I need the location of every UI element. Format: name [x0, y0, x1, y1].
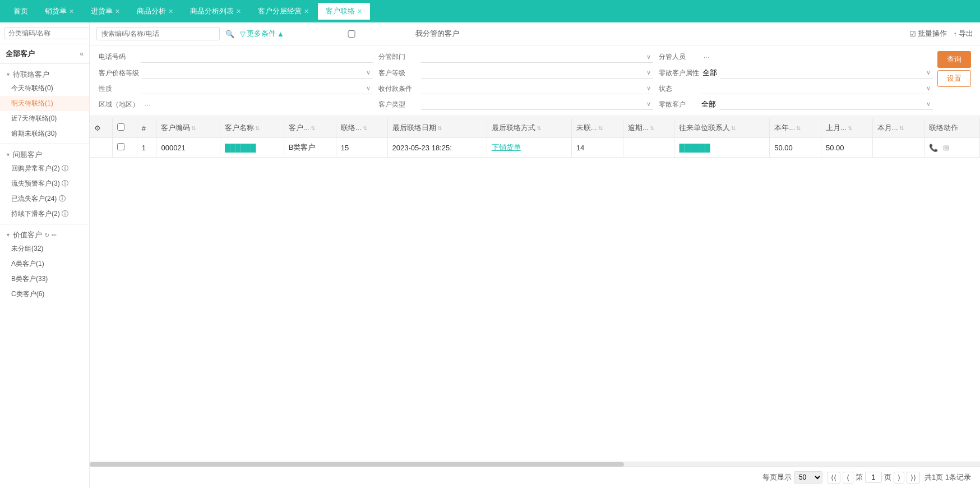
- total-records: 共1页 1条记录: [924, 472, 971, 482]
- th-last-month[interactable]: 上月...⇅: [821, 118, 873, 138]
- table-header-row: ⚙ # 客户编码⇅ 客户名称⇅ 客户...⇅ 联络...⇅ 最后联络日期⇅ 最后…: [90, 118, 980, 138]
- export-button[interactable]: ↑ 导出: [954, 29, 974, 39]
- sidebar-item-overdue[interactable]: 逾期未联络(30): [0, 126, 89, 141]
- filter-price-level-select[interactable]: ∨: [142, 67, 373, 79]
- th-overdue[interactable]: 逾期...⇅: [623, 118, 674, 138]
- th-action: 联络动作: [924, 118, 979, 138]
- filter-phone-input[interactable]: [141, 51, 373, 63]
- refresh-icon[interactable]: ↻: [44, 232, 49, 239]
- more-filter-button[interactable]: ▽ 更多条件 ▲: [240, 29, 284, 39]
- select-all-checkbox[interactable]: [117, 123, 124, 131]
- nav-customer-segment[interactable]: 客户分层经营 ✕: [250, 3, 317, 20]
- sidebar-item-ungrouped[interactable]: 未分组(32): [0, 241, 89, 256]
- data-table: ⚙ # 客户编码⇅ 客户名称⇅ 客户...⇅ 联络...⇅ 最后联络日期⇅ 最后…: [90, 118, 980, 158]
- horizontal-scrollbar[interactable]: [90, 462, 980, 466]
- close-icon[interactable]: ✕: [304, 8, 309, 15]
- th-contact[interactable]: 联络...⇅: [336, 118, 387, 138]
- nav-customer-contact[interactable]: 客户联络 ✕: [318, 3, 370, 20]
- close-icon[interactable]: ✕: [115, 8, 120, 15]
- th-unit-contact[interactable]: 往来单位联系人⇅: [674, 118, 770, 138]
- th-last-method[interactable]: 最后联络方式⇅: [487, 118, 571, 138]
- search-button[interactable]: 🔍: [225, 30, 234, 38]
- filter-payment-select[interactable]: ∨: [421, 83, 653, 94]
- sidebar-item-churned[interactable]: 已流失客户(24) ⓘ: [0, 191, 89, 206]
- sidebar-group-pending[interactable]: 待联络客户: [0, 66, 89, 81]
- sidebar-item-repurchase[interactable]: 回购异常客户(2) ⓘ: [0, 161, 89, 176]
- gear-icon[interactable]: ⚙: [94, 124, 101, 132]
- row-last-month: 50.00: [821, 138, 873, 158]
- row-contact: 15: [336, 138, 387, 158]
- nav-product-analysis[interactable]: 商品分析 ✕: [129, 3, 181, 20]
- first-page-button[interactable]: ⟨⟨: [827, 472, 840, 484]
- th-name[interactable]: 客户名称⇅: [220, 118, 284, 138]
- filter-customer-level-select[interactable]: ∨: [421, 67, 653, 79]
- close-icon[interactable]: ✕: [69, 8, 74, 15]
- phone-icon[interactable]: 📞: [929, 144, 938, 152]
- th-this-year[interactable]: 本年...⇅: [770, 118, 821, 138]
- filter-retail-attr-select[interactable]: ∨: [720, 67, 933, 79]
- sidebar-group-value[interactable]: 价值客户 ↻ ✏: [0, 227, 89, 241]
- filter-person-dots[interactable]: ···: [701, 53, 712, 61]
- th-last-date[interactable]: 最后联络日期⇅: [387, 118, 487, 138]
- filter-status-select[interactable]: ∨: [701, 83, 933, 94]
- sidebar-item-churn-warning[interactable]: 流失预警客户(3) ⓘ: [0, 176, 89, 191]
- th-code[interactable]: 客户编码⇅: [156, 118, 220, 138]
- search-input[interactable]: [96, 27, 220, 40]
- sidebar-item-today[interactable]: 今天待联络(0): [0, 81, 89, 96]
- row-name: ██████: [220, 138, 284, 158]
- sidebar: 🔍 全部客户 « 待联络客户 今天待联络(0) 明天待联络(1) 近7天待联络(…: [0, 22, 90, 488]
- th-gear[interactable]: ⚙: [90, 118, 113, 138]
- main-layout: 🔍 全部客户 « 待联络客户 今天待联络(0) 明天待联络(1) 近7天待联络(…: [0, 22, 980, 488]
- row-actions: 📞 ⊞: [924, 138, 979, 158]
- filter-nature-select[interactable]: ∨: [141, 83, 373, 94]
- filter-region-dots[interactable]: ···: [142, 100, 153, 109]
- edit-icon[interactable]: ✏: [52, 232, 57, 239]
- sidebar-item-tomorrow[interactable]: 明天待联络(1): [0, 96, 89, 111]
- prev-page-button[interactable]: ⟨: [843, 472, 853, 484]
- row-last-method[interactable]: 下销货单: [487, 138, 571, 158]
- batch-operation-button[interactable]: ☑ 批量操作: [909, 29, 947, 39]
- row-unit-contact: ██████: [674, 138, 770, 158]
- nav-home[interactable]: 首页: [6, 3, 36, 20]
- sidebar-all-customers[interactable]: 全部客户 «: [0, 44, 89, 61]
- page-number-input[interactable]: [865, 472, 882, 483]
- sidebar-search-input[interactable]: [4, 27, 90, 39]
- filter-price-level: 客户价格等级 ∨: [99, 67, 373, 79]
- filter-customer-type-select[interactable]: ∨: [421, 99, 653, 110]
- next-page-button[interactable]: ⟩: [894, 472, 904, 484]
- close-icon[interactable]: ✕: [168, 8, 173, 15]
- collapse-icon[interactable]: «: [80, 50, 84, 58]
- row-checkbox[interactable]: [113, 138, 137, 158]
- th-type[interactable]: 客户...⇅: [284, 118, 336, 138]
- last-page-button[interactable]: ⟩⟩: [907, 472, 920, 484]
- filter-retail-select[interactable]: ∨: [719, 99, 933, 110]
- nav-purchase[interactable]: 进货单 ✕: [83, 3, 128, 20]
- row-uncontacted: 14: [571, 138, 623, 158]
- th-this-month[interactable]: 本月...⇅: [872, 118, 924, 138]
- row-no: 1: [137, 138, 156, 158]
- last-method-link[interactable]: 下销货单: [492, 143, 521, 151]
- th-checkbox[interactable]: [113, 118, 137, 138]
- th-uncontacted[interactable]: 未联...⇅: [571, 118, 623, 138]
- row-select-checkbox[interactable]: [117, 143, 124, 150]
- sidebar-item-7days[interactable]: 近7天待联络(0): [0, 111, 89, 126]
- row-overdue: [623, 138, 674, 158]
- close-icon[interactable]: ✕: [236, 8, 241, 15]
- close-icon[interactable]: ✕: [357, 8, 362, 15]
- scrollbar-thumb[interactable]: [90, 462, 624, 467]
- sidebar-item-class-a[interactable]: A类客户(1): [0, 256, 89, 271]
- query-button[interactable]: 查询: [937, 51, 971, 68]
- filter-dept-select[interactable]: ∨: [421, 52, 653, 63]
- sidebar-item-class-b[interactable]: B类客户(33): [0, 271, 89, 287]
- sidebar-item-declining[interactable]: 持续下滑客户(2) ⓘ: [0, 206, 89, 222]
- sidebar-item-class-c[interactable]: C类客户(6): [0, 287, 89, 302]
- my-customer-check[interactable]: [290, 30, 413, 38]
- page-size-select[interactable]: 50 100 200: [794, 471, 822, 484]
- sidebar-group-problem[interactable]: 问题客户: [0, 146, 89, 161]
- set-button[interactable]: 设置: [937, 70, 971, 87]
- nav-product-analysis-list[interactable]: 商品分析列表 ✕: [182, 3, 249, 20]
- nav-sales[interactable]: 销货单 ✕: [37, 3, 82, 20]
- search-bar-right: ☑ 批量操作 ↑ 导出: [909, 29, 974, 39]
- grid-icon[interactable]: ⊞: [943, 144, 949, 152]
- my-customer-checkbox[interactable]: 我分管的客户: [290, 29, 459, 39]
